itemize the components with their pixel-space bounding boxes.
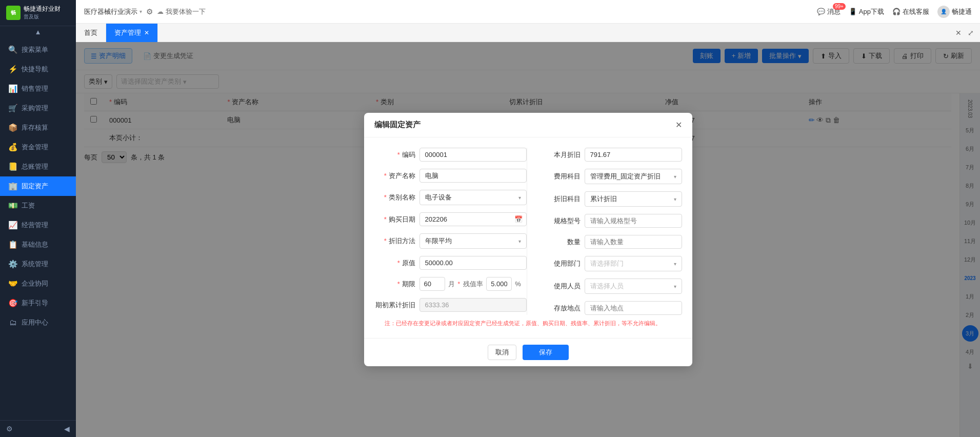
expense-subject-label: 费用科目 (539, 172, 581, 181)
phone-icon: 📱 (849, 8, 857, 15)
sidebar-scroll-up[interactable]: ▲ (0, 26, 76, 38)
sidebar-item-fixed-assets[interactable]: 🏢固定资产 (0, 176, 76, 196)
form-row-code: 编码 (374, 148, 527, 162)
sidebar-item-sales[interactable]: 📊销售管理 (0, 79, 76, 98)
sidebar-item-label: 资金管理 (22, 143, 48, 152)
sidebar-item-label: 销售管理 (22, 84, 48, 93)
sidebar-item-label: 应用中心 (22, 318, 48, 327)
original-value-label: 原值 (374, 259, 415, 268)
notification-count: 99+ (833, 3, 846, 10)
sidebar-item-system[interactable]: ⚙️系统管理 (0, 254, 76, 274)
calendar-icon: 📅 (514, 215, 523, 223)
cloud-icon: ☁ (157, 8, 164, 15)
sidebar-item-basic-info[interactable]: 📋基础信息 (0, 235, 76, 254)
dept-label: 使用部门 (539, 259, 581, 268)
tab-expand-btn[interactable]: ⤢ (966, 27, 976, 39)
sidebar-item-inventory[interactable]: 📦库存核算 (0, 118, 76, 137)
tab-close-btn[interactable]: ✕ (144, 29, 149, 36)
form-row-purchase-date: 购买日期 📅 (374, 212, 527, 226)
avatar: 👤 (937, 6, 950, 18)
user-profile-btn[interactable]: 👤 畅捷通 (937, 6, 972, 18)
sidebar: 畅 畅捷通好业财 普及版 ▲ 🔍搜索菜单⚡快捷导航📊销售管理🛒采购管理📦库存核算… (0, 0, 76, 437)
experience-label: 我要体验一下 (166, 7, 206, 16)
cancel-button[interactable]: 取消 (488, 345, 516, 360)
topbar-settings-btn[interactable]: ⚙ (146, 7, 153, 16)
purchase-date-input-wrap: 📅 (419, 212, 527, 226)
app-download-label: App下载 (859, 7, 884, 16)
sidebar-item-label: 固定资产 (22, 182, 48, 191)
dep-subject-select[interactable]: 累计折旧 ▾ (585, 191, 682, 207)
spec-input[interactable] (585, 214, 682, 228)
ledger-icon: 📒 (8, 162, 17, 171)
sidebar-footer: ⚙ ◀ (0, 420, 76, 437)
topbar: 医疗器械行业演示 ▾ ⚙ ☁ 我要体验一下 💬 消息 99+ 📱 App下载 🎧… (76, 0, 980, 24)
operations-icon: 📈 (8, 221, 17, 230)
period-value-input[interactable] (419, 277, 445, 291)
tab-home[interactable]: 首页 (76, 24, 106, 42)
sidebar-item-search[interactable]: 🔍搜索菜单 (0, 40, 76, 59)
purchase-date-input[interactable] (419, 212, 527, 226)
quantity-input[interactable] (585, 235, 682, 249)
asset-name-input[interactable] (419, 169, 527, 183)
initial-depreciation-input (419, 298, 527, 312)
residual-rate-label: 残值率 (463, 280, 483, 289)
inventory-icon: 📦 (8, 123, 17, 132)
monthly-dep-label: 本月折旧 (539, 150, 581, 160)
sidebar-item-ledger[interactable]: 📒总账管理 (0, 157, 76, 176)
form-right-col: 本月折旧 费用科目 管理费用_固定资产折旧 ▾ (527, 148, 682, 315)
sidebar-item-payroll[interactable]: 💵工资 (0, 196, 76, 215)
sales-icon: 📊 (8, 84, 17, 93)
online-service-btn[interactable]: 🎧 在线客服 (892, 7, 929, 16)
expense-subject-select[interactable]: 管理费用_固定资产折旧 ▾ (585, 169, 682, 184)
form-row-period: 期限 月 * 残值率 % (374, 277, 527, 291)
purchase-date-label: 购买日期 (374, 215, 415, 224)
tab-close-window-btn[interactable]: ✕ (953, 27, 964, 39)
quantity-label: 数量 (539, 237, 581, 247)
form-row-user-person: 使用人员 请选择人员 ▾ (539, 279, 682, 294)
app-download-btn[interactable]: 📱 App下载 (849, 7, 884, 16)
monthly-dep-input[interactable] (585, 148, 682, 162)
sidebar-item-finance[interactable]: 💰资金管理 (0, 137, 76, 157)
experience-btn[interactable]: ☁ 我要体验一下 (157, 7, 206, 16)
form-row-original-value: 原值 (374, 256, 527, 270)
modal-close-btn[interactable]: ✕ (675, 120, 682, 130)
quick-nav-icon: ⚡ (8, 65, 17, 74)
company-selector[interactable]: 医疗器械行业演示 ▾ (84, 7, 142, 16)
location-input[interactable] (585, 301, 682, 315)
residual-rate-input[interactable] (486, 277, 512, 291)
sidebar-item-purchase[interactable]: 🛒采购管理 (0, 98, 76, 118)
collapse-btn[interactable]: ◀ (64, 425, 70, 433)
depreciation-method-select[interactable]: 年限平均 ▾ (419, 233, 527, 249)
finance-icon: 💰 (8, 143, 17, 152)
search-icon: 🔍 (8, 45, 17, 54)
sidebar-item-enterprise[interactable]: 🤝企业协同 (0, 274, 76, 293)
tab-asset-management[interactable]: 资产管理 ✕ (106, 24, 158, 42)
dep-subject-value: 累计折旧 (590, 194, 617, 204)
modal-header: 编辑固定资产 ✕ (364, 113, 692, 137)
save-button[interactable]: 保存 (523, 345, 569, 360)
sidebar-item-app-center[interactable]: 🗂应用中心 (0, 313, 76, 332)
user-person-select[interactable]: 请选择人员 ▾ (585, 279, 682, 294)
dept-select[interactable]: 请选择部门 ▾ (585, 256, 682, 271)
settings-footer-btn[interactable]: ⚙ (6, 425, 13, 433)
period-label: 期限 (374, 280, 415, 289)
logo-title: 畅捷通好业财 (24, 5, 61, 13)
sidebar-item-label: 新手引导 (22, 299, 48, 308)
sidebar-item-operations[interactable]: 📈经营管理 (0, 215, 76, 235)
company-name: 医疗器械行业演示 (84, 7, 137, 16)
sidebar-item-quick-nav[interactable]: ⚡快捷导航 (0, 59, 76, 79)
original-value-input[interactable] (419, 256, 527, 270)
sidebar-item-label: 工资 (22, 201, 35, 210)
category-value: 电子设备 (425, 193, 452, 202)
sidebar-header: 畅 畅捷通好业财 普及版 (0, 0, 76, 26)
residual-unit: % (515, 280, 521, 288)
expense-subject-value: 管理费用_固定资产折旧 (590, 172, 661, 181)
sidebar-item-guide[interactable]: 🎯新手引导 (0, 293, 76, 313)
period-unit1: 月 (448, 280, 455, 289)
sidebar-item-label: 库存核算 (22, 123, 48, 132)
notification-btn[interactable]: 💬 消息 99+ (817, 7, 841, 16)
category-select[interactable]: 电子设备 ▾ (419, 190, 527, 205)
code-input[interactable] (419, 148, 527, 162)
form-row-department: 使用部门 请选择部门 ▾ (539, 256, 682, 271)
form-row-dep-subject: 折旧科目 累计折旧 ▾ (539, 191, 682, 207)
